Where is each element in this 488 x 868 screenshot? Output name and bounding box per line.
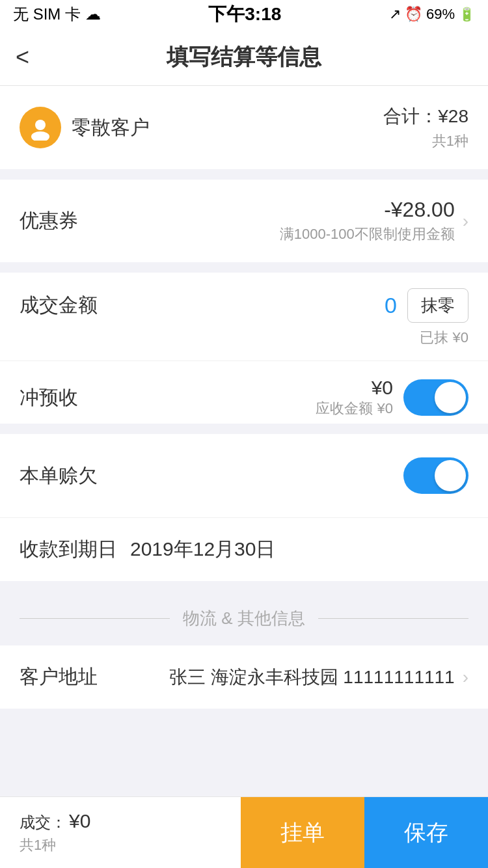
coupon-value-block: -¥28.00 满1000-100不限制使用金额 bbox=[280, 198, 455, 244]
customer-left: 零散客户 bbox=[20, 107, 150, 148]
save-button[interactable]: 保存 bbox=[364, 797, 488, 869]
battery-text: 69% bbox=[426, 6, 455, 23]
status-time: 下午3:18 bbox=[208, 2, 281, 27]
back-button[interactable]: < bbox=[16, 44, 29, 71]
address-section[interactable]: 客户地址 张三 海淀永丰科技园 11111111111 › bbox=[0, 645, 488, 709]
customer-name: 零散客户 bbox=[72, 115, 150, 141]
address-label: 客户地址 bbox=[20, 664, 98, 690]
address-chevron-icon: › bbox=[463, 667, 468, 688]
battery-icon: 🔋 bbox=[459, 7, 475, 22]
transaction-row: 成交金额 0 抹零 bbox=[0, 273, 488, 328]
location-icon: ↗ bbox=[389, 6, 401, 23]
coupon-amount: -¥28.00 bbox=[280, 198, 455, 222]
prepayment-value-block: ¥0 应收金额 ¥0 bbox=[316, 377, 393, 418]
customer-section: 零散客户 合计：¥28 共1种 bbox=[0, 86, 488, 169]
bottom-info: 成交： ¥0 共1种 bbox=[0, 810, 241, 855]
nav-bar: < 填写结算等信息 bbox=[0, 29, 488, 86]
logistics-label: 物流 & 其他信息 bbox=[183, 607, 305, 630]
bottom-count: 共1种 bbox=[20, 835, 221, 855]
signal-text: 无 SIM 卡 ☁ bbox=[13, 4, 101, 25]
hold-button[interactable]: 挂单 bbox=[241, 797, 364, 869]
page-title: 填写结算等信息 bbox=[167, 42, 321, 72]
alarm-icon: ⏰ bbox=[405, 6, 422, 23]
debt-toggle-knob bbox=[435, 460, 466, 491]
prepayment-right: ¥0 应收金额 ¥0 bbox=[316, 377, 468, 418]
total-count: 共1种 bbox=[383, 131, 468, 151]
header-line-right bbox=[318, 618, 468, 619]
transaction-sub-text: 已抹 ¥0 bbox=[420, 328, 468, 347]
debt-toggle[interactable] bbox=[403, 457, 468, 494]
prepayment-label: 冲预收 bbox=[20, 385, 78, 411]
content-area: 零散客户 合计：¥28 共1种 优惠券 -¥28.00 满1000-100不限制… bbox=[0, 86, 488, 797]
header-line-left bbox=[20, 618, 170, 619]
chevron-right-icon: › bbox=[463, 211, 468, 232]
toggle-knob bbox=[435, 382, 466, 413]
svg-point-1 bbox=[31, 131, 49, 141]
bottom-bar: 成交： ¥0 共1种 挂单 保存 bbox=[0, 796, 488, 868]
due-date-row[interactable]: 收款到期日 2019年12月30日 bbox=[0, 517, 488, 581]
coupon-row[interactable]: 优惠券 -¥28.00 满1000-100不限制使用金额 › bbox=[0, 180, 488, 262]
coupon-right: -¥28.00 满1000-100不限制使用金额 › bbox=[280, 198, 468, 244]
status-left: 无 SIM 卡 ☁ bbox=[13, 4, 101, 25]
transaction-sub-row: 已抹 ¥0 bbox=[0, 328, 488, 360]
svg-point-0 bbox=[35, 120, 46, 130]
bottom-transaction-amount: ¥0 bbox=[69, 810, 90, 832]
prepayment-amount: ¥0 bbox=[316, 377, 393, 399]
transaction-value[interactable]: 0 bbox=[385, 293, 397, 318]
debt-label: 本单赊欠 bbox=[20, 463, 98, 489]
logistics-section-header: 物流 & 其他信息 bbox=[0, 591, 488, 645]
customer-avatar bbox=[20, 107, 61, 148]
address-row[interactable]: 客户地址 张三 海淀永丰科技园 11111111111 › bbox=[0, 645, 488, 709]
round-zero-button[interactable]: 抹零 bbox=[407, 288, 468, 323]
bottom-transaction-label: 成交： bbox=[20, 812, 66, 833]
prepayment-row: 冲预收 ¥0 应收金额 ¥0 bbox=[0, 361, 488, 424]
due-date-value: 2019年12月30日 bbox=[130, 536, 275, 563]
transaction-section: 成交金额 0 抹零 已抹 ¥0 冲预收 ¥0 应收金额 ¥0 bbox=[0, 273, 488, 424]
status-right: ↗ ⏰ 69% 🔋 bbox=[389, 6, 475, 23]
debt-section: 本单赊欠 收款到期日 2019年12月30日 bbox=[0, 434, 488, 581]
address-value: 张三 海淀永丰科技园 11111111111 bbox=[111, 665, 455, 690]
transaction-label: 成交金额 bbox=[20, 292, 98, 319]
coupon-label: 优惠券 bbox=[20, 208, 78, 234]
status-bar: 无 SIM 卡 ☁ 下午3:18 ↗ ⏰ 69% 🔋 bbox=[0, 0, 488, 29]
coupon-desc: 满1000-100不限制使用金额 bbox=[280, 224, 455, 244]
debt-row: 本单赊欠 bbox=[0, 434, 488, 517]
due-date-label: 收款到期日 bbox=[20, 536, 117, 563]
customer-row: 零散客户 合计：¥28 共1种 bbox=[0, 86, 488, 169]
total-amount: 合计：¥28 bbox=[383, 104, 468, 129]
customer-right: 合计：¥28 共1种 bbox=[383, 104, 468, 151]
coupon-section[interactable]: 优惠券 -¥28.00 满1000-100不限制使用金额 › bbox=[0, 180, 488, 262]
prepayment-sub: 应收金额 ¥0 bbox=[316, 399, 393, 418]
prepayment-toggle[interactable] bbox=[403, 379, 468, 416]
